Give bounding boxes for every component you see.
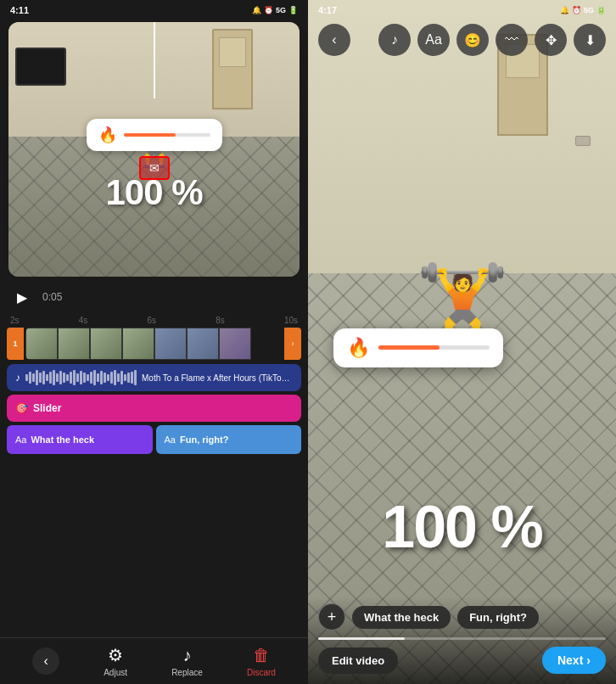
- ruler-4s: 4s: [79, 316, 88, 325]
- status-bar-left: 4:11 🔔 ⏰ 5G 🔋: [0, 0, 308, 19]
- waveform-bar: [114, 370, 116, 385]
- bottom-tags-row: + What the heck Fun, right?: [318, 603, 606, 631]
- waveform-bar: [90, 372, 92, 384]
- discard-icon: 🗑: [253, 646, 270, 665]
- move-icon-button[interactable]: ✥: [535, 24, 567, 56]
- bottom-toolbar-left: ‹ ⚙ Adjust ♪ Replace 🗑 Discard: [0, 637, 308, 684]
- text-clip-2[interactable]: Aa Fun, right?: [156, 425, 302, 454]
- time-right: 4:17: [318, 5, 337, 15]
- waveform-bar: [124, 374, 126, 381]
- waveform-bar: [87, 374, 89, 381]
- progress-bar-bottom: [318, 637, 606, 640]
- ruler-2s: 2s: [10, 316, 20, 325]
- signal-icon-right: 5G: [584, 6, 594, 14]
- slider-overlay-right[interactable]: 🔥: [333, 328, 503, 367]
- effects-icon-button[interactable]: 〰: [496, 24, 528, 56]
- waveform-bar: [76, 373, 79, 382]
- waveform-bar: [70, 372, 72, 384]
- waveform-bar: [120, 371, 123, 384]
- text-clip-1-label: What the heck: [31, 435, 94, 445]
- slider-bar-fill-left: [124, 133, 176, 137]
- music-icon: ♪: [391, 32, 398, 48]
- audio-track[interactable]: ♪: [7, 364, 301, 391]
- waveform-bar: [100, 371, 103, 384]
- waveform-bar: [46, 374, 48, 381]
- frame-5: [154, 328, 187, 360]
- waveform-bar: [49, 372, 52, 384]
- status-bar-right: 4:17 🔔 ⏰ 5G 🔋: [308, 0, 616, 19]
- text-icon: Aa: [425, 32, 442, 48]
- play-button[interactable]: ▶: [10, 285, 34, 309]
- replace-label: Replace: [171, 668, 203, 677]
- waveform-bar: [53, 370, 55, 385]
- back-button-right[interactable]: ‹: [318, 24, 350, 56]
- filmstrip-frames-left: [25, 328, 283, 360]
- replace-button[interactable]: ♪ Replace: [171, 646, 203, 677]
- frame-6: [187, 328, 219, 360]
- fire-emoji-right: 🔥: [347, 337, 370, 359]
- progress-fill: [318, 637, 405, 640]
- tag-what-the-heck[interactable]: What the heck: [352, 606, 451, 629]
- ruler-10s: 10s: [284, 316, 298, 325]
- text-clips-row: Aa What the heck Aa Fun, right?: [7, 425, 301, 454]
- face-icon: 😊: [464, 32, 481, 48]
- back-button-left[interactable]: ‹: [32, 648, 59, 675]
- discard-label: Discard: [247, 668, 276, 677]
- filmstrip-track-1[interactable]: 1 ›: [7, 327, 301, 361]
- waveform-bar: [39, 373, 42, 383]
- slider-track-label: Slider: [33, 402, 61, 414]
- text-clip-2-icon: Aa: [165, 435, 176, 445]
- bottom-actions-row: Edit video Next ›: [318, 647, 606, 674]
- slider-overlay-left[interactable]: 🔥: [87, 119, 222, 151]
- top-icons-group: ♪ Aa 😊 〰 ✥ ⬇: [378, 24, 606, 56]
- text-clip-1[interactable]: Aa What the heck: [7, 425, 153, 454]
- waveform-bar: [93, 370, 96, 385]
- signal-icon: 5G: [276, 6, 286, 14]
- text-clip-2-label: Fun, right?: [180, 435, 228, 445]
- right-panel: 4:17 🔔 ⏰ 5G 🔋 🏋️ 🔥 100 %: [308, 0, 616, 684]
- slider-track-timeline[interactable]: 🎯 Slider ↓: [7, 395, 301, 422]
- ruler-6s: 6s: [147, 316, 156, 325]
- audio-label: Moth To a Flame x After Hours (TikTok Ed…: [142, 373, 293, 383]
- adjust-button[interactable]: ⚙ Adjust: [104, 645, 127, 677]
- battery-icon: 🔋: [288, 6, 298, 14]
- slider-bar-left: [124, 133, 210, 137]
- frame-2: [58, 328, 90, 360]
- slider-track-icon: 🎯: [15, 402, 28, 414]
- face-icon-button[interactable]: 😊: [456, 24, 489, 56]
- next-button[interactable]: Next ›: [542, 647, 606, 674]
- waveform-bar: [110, 372, 113, 384]
- percent-text-right: 100 %: [382, 493, 541, 561]
- left-panel: 4:11 🔔 ⏰ 5G 🔋 🏋️ 🔥 100 %: [0, 0, 308, 684]
- waveform-bar: [29, 372, 31, 384]
- frame-3: [90, 328, 122, 360]
- waveform-bar: [127, 373, 130, 383]
- waveform-bar: [36, 370, 38, 385]
- tag-fun-right[interactable]: Fun, right?: [457, 606, 539, 629]
- music-icon-button[interactable]: ♪: [378, 24, 411, 56]
- add-element-button[interactable]: +: [318, 603, 345, 631]
- next-label: Next: [557, 653, 583, 667]
- timer-icon-right: ⏰: [572, 6, 581, 14]
- slider-bar-right: [378, 345, 490, 350]
- top-icons-bar: ‹ ♪ Aa 😊 〰 ✥ ⬇: [308, 24, 616, 56]
- edit-video-button[interactable]: Edit video: [318, 648, 398, 674]
- adjust-label: Adjust: [104, 668, 127, 677]
- waveform-bar: [73, 370, 76, 385]
- frame-1: [25, 328, 58, 360]
- next-arrow-icon: ›: [586, 653, 591, 667]
- discard-button[interactable]: 🗑 Discard: [247, 646, 276, 677]
- status-icons-left: 🔔 ⏰ 5G 🔋: [252, 6, 298, 14]
- status-icons-right: 🔔 ⏰ 5G 🔋: [560, 6, 606, 14]
- waveform-bar: [107, 374, 109, 381]
- timer-icon: ⏰: [264, 6, 273, 14]
- filmstrip-end-badge: ›: [284, 328, 301, 360]
- move-icon: ✥: [546, 32, 557, 48]
- download-icon-button[interactable]: ⬇: [574, 24, 606, 56]
- waveform-bar: [59, 371, 62, 384]
- tv-prop: [15, 48, 66, 86]
- highlight-box-left[interactable]: ✉: [139, 156, 170, 180]
- playhead-indicator: [154, 22, 155, 98]
- timeline-ruler: 2s 4s 6s 8s 10s: [0, 314, 308, 327]
- text-icon-button[interactable]: Aa: [417, 24, 450, 56]
